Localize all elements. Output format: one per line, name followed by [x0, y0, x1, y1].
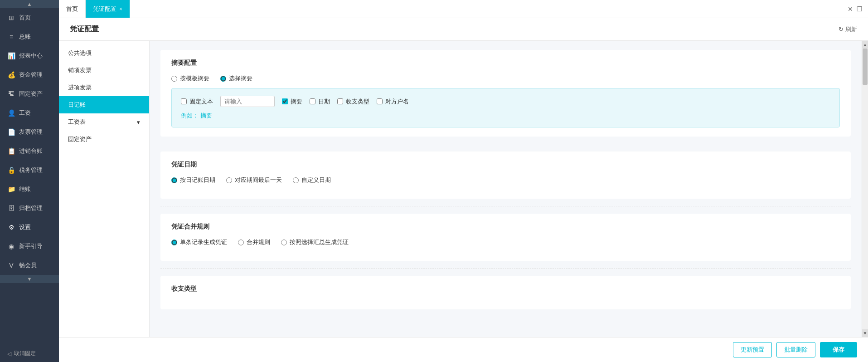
- page-content: 凭证配置 ↻ 刷新 公共选项 销项发票 进项发票 日记账: [59, 18, 868, 362]
- by-selection-text: 按照选择汇总生成凭证: [290, 238, 349, 246]
- save-button[interactable]: 保存: [820, 342, 857, 357]
- sidebar-label-vip: 畅会员: [19, 261, 37, 269]
- sidebar-label-home: 首页: [19, 14, 31, 22]
- summary-radio-template-label[interactable]: 按模板摘要: [171, 74, 209, 83]
- summary-config-box: 固定文本 摘要 日期: [171, 88, 840, 127]
- left-nav-sales-label: 销项发票: [68, 66, 92, 74]
- batch-delete-button[interactable]: 批量删除: [776, 342, 815, 357]
- counterparty-checkbox[interactable]: [377, 98, 383, 104]
- invoice-mgmt-icon: 📄: [7, 128, 15, 136]
- left-nav-payroll[interactable]: 工资表 ▾: [59, 113, 149, 131]
- divider-2: [160, 206, 851, 206]
- left-nav-sales-invoice[interactable]: 销项发票: [59, 62, 149, 79]
- summary-options-row: 固定文本 摘要 日期: [181, 96, 830, 107]
- single-record-radio[interactable]: [171, 240, 177, 245]
- tab-close-button[interactable]: ×: [119, 6, 122, 12]
- by-journal-date-label[interactable]: 按日记账日期: [171, 176, 215, 184]
- left-nav-journal[interactable]: 日记账: [59, 96, 149, 113]
- last-day-label[interactable]: 对应期间最后一天: [226, 176, 282, 184]
- sidebar-item-close[interactable]: 📁 结账: [0, 180, 59, 199]
- window-close-button[interactable]: ✕: [848, 5, 853, 13]
- payment-type-checkbox[interactable]: [337, 98, 343, 104]
- summary-checkbox[interactable]: [282, 98, 288, 104]
- right-content: 摘要配置 按模板摘要 选择摘要: [150, 41, 862, 337]
- scroll-down-button[interactable]: ▼: [862, 329, 868, 337]
- batch-delete-label: 批量删除: [784, 346, 808, 353]
- by-selection-label[interactable]: 按照选择汇总生成凭证: [281, 238, 349, 246]
- settings-icon: ⚙: [7, 224, 15, 231]
- sidebar-label-close: 结账: [19, 185, 31, 193]
- last-day-text: 对应期间最后一天: [235, 176, 282, 184]
- chevron-down-icon: ▾: [137, 119, 140, 126]
- refresh-button[interactable]: ↻ 刷新: [839, 25, 857, 34]
- ledger-icon: ≡: [7, 33, 15, 40]
- summary-radio-template[interactable]: [171, 76, 177, 82]
- sidebar-item-salary[interactable]: 👤 工资: [0, 103, 59, 122]
- sidebar-item-purchase-sales[interactable]: 📋 进销台账: [0, 142, 59, 161]
- date-text: 日期: [318, 98, 330, 106]
- sidebar-item-vip[interactable]: V 畅会员: [0, 256, 59, 275]
- sidebar-item-tax[interactable]: 🔒 税务管理: [0, 161, 59, 180]
- sidebar-label-archive: 归档管理: [19, 204, 43, 212]
- sidebar-label-purchase-sales: 进销台账: [19, 147, 43, 155]
- tab-home[interactable]: 首页: [59, 0, 86, 18]
- summary-checkbox-label[interactable]: 摘要: [282, 98, 302, 106]
- tab-voucher-config[interactable]: 凭证配置 ×: [86, 0, 130, 18]
- merge-rules-radio-group: 单条记录生成凭证 合并规则 按照选择汇总生成凭证: [171, 238, 840, 246]
- sidebar-item-ledger[interactable]: ≡ 总账: [0, 27, 59, 46]
- last-day-radio[interactable]: [226, 177, 232, 183]
- scroll-track[interactable]: [862, 49, 868, 329]
- sidebar-item-fixed-asset[interactable]: 🏗 固定资产: [0, 84, 59, 103]
- example-label: 例如： 摘要: [181, 112, 212, 119]
- left-nav-public-label: 公共选项: [68, 49, 92, 57]
- single-record-label[interactable]: 单条记录生成凭证: [171, 238, 227, 246]
- close-books-icon: 📁: [7, 186, 15, 193]
- payment-type-checkbox-label[interactable]: 收支类型: [337, 98, 369, 106]
- sidebar-label-invoice-mgmt: 发票管理: [19, 128, 43, 136]
- fixed-text-checkbox-label[interactable]: 固定文本: [181, 98, 213, 106]
- date-checkbox-label[interactable]: 日期: [310, 98, 330, 106]
- sidebar-item-settings[interactable]: ⚙ 设置: [0, 218, 59, 237]
- summary-radio-select-label[interactable]: 选择摘要: [220, 74, 252, 83]
- left-nav-fixed-asset-label: 固定资产: [68, 135, 92, 143]
- sidebar-item-guide[interactable]: ◉ 新手引导: [0, 237, 59, 256]
- sidebar-scroll-up[interactable]: ▲: [0, 0, 59, 8]
- by-selection-radio[interactable]: [281, 240, 287, 245]
- sidebar-item-home[interactable]: ⊞ 首页: [0, 8, 59, 27]
- sidebar-item-invoice-mgmt[interactable]: 📄 发票管理: [0, 122, 59, 142]
- refresh-label: 刷新: [845, 25, 857, 34]
- counterparty-checkbox-label[interactable]: 对方户名: [377, 98, 409, 106]
- refresh-icon: ↻: [839, 26, 844, 33]
- sidebar-item-fund[interactable]: 💰 资金管理: [0, 65, 59, 84]
- left-nav-purchase-invoice[interactable]: 进项发票: [59, 79, 149, 96]
- update-preset-button[interactable]: 更新预置: [733, 342, 772, 357]
- sidebar-label-report: 报表中心: [19, 52, 43, 60]
- sidebar: ▲ ⊞ 首页 ≡ 总账 📊 报表中心 💰 资金管理 🏗 固定资产 👤 工资 📄 …: [0, 0, 59, 362]
- sidebar-item-report[interactable]: 📊 报表中心: [0, 46, 59, 65]
- custom-date-radio[interactable]: [293, 177, 299, 183]
- sidebar-item-archive[interactable]: 🗄 归档管理: [0, 199, 59, 218]
- home-icon: ⊞: [7, 14, 15, 21]
- fixed-text-input[interactable]: [220, 96, 275, 107]
- sidebar-scroll-down[interactable]: ▼: [0, 275, 59, 283]
- sidebar-cancel-fixed[interactable]: ◁ 取消固定: [0, 345, 59, 362]
- scroll-thumb[interactable]: [863, 49, 868, 85]
- voucher-date-section: 凭证日期 按日记账日期 对应期间最后一天 自定义日期: [160, 152, 851, 199]
- summary-radio-select[interactable]: [220, 76, 226, 82]
- left-nav-purchase-label: 进项发票: [68, 83, 92, 92]
- by-journal-date-text: 按日记账日期: [180, 176, 215, 184]
- receipt-type-title: 收支类型: [171, 285, 840, 293]
- custom-date-label[interactable]: 自定义日期: [293, 176, 331, 184]
- date-checkbox[interactable]: [310, 98, 315, 104]
- tab-actions: ✕ ❐: [848, 5, 868, 13]
- merge-rule-label[interactable]: 合并规则: [238, 238, 270, 246]
- fixed-text-checkbox[interactable]: [181, 98, 187, 104]
- merge-rule-radio[interactable]: [238, 240, 244, 245]
- left-nav-fixed-asset[interactable]: 固定资产: [59, 131, 149, 148]
- by-journal-date-radio[interactable]: [171, 177, 177, 183]
- summary-text: 摘要: [291, 98, 302, 106]
- left-nav-public[interactable]: 公共选项: [59, 44, 149, 62]
- scroll-up-button[interactable]: ▲: [862, 41, 868, 49]
- window-restore-button[interactable]: ❐: [857, 5, 863, 13]
- single-record-text: 单条记录生成凭证: [180, 238, 227, 246]
